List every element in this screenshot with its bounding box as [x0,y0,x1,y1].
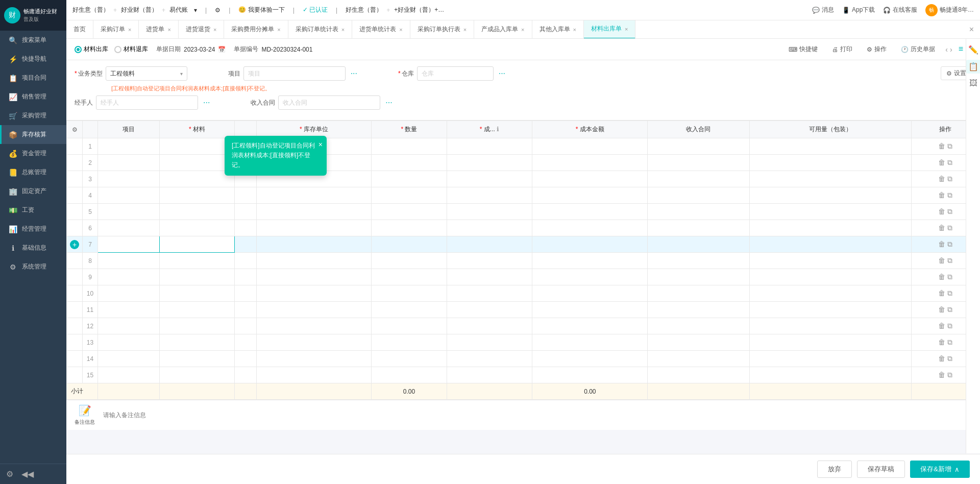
td-material-2[interactable] [159,155,234,171]
copy-icon-15[interactable]: ⧉ [947,371,952,379]
sidebar-item-assets[interactable]: 🏢 固定资产 [0,182,66,201]
delete-icon-3[interactable]: 🗑 [938,175,945,183]
sidebar-item-salary[interactable]: 💵 工资 [0,201,66,220]
delete-icon-6[interactable]: 🗑 [938,224,945,232]
nav-next[interactable]: › [950,45,952,54]
tabbar-close-btn[interactable]: × [963,25,980,34]
tooltip-close-btn[interactable]: × [318,139,323,150]
copy-icon-9[interactable]: ⧉ [947,273,952,281]
sidebar-item-sales[interactable]: 📈 销售管理 [0,87,66,106]
right-image-icon[interactable]: 🖼 [967,77,979,90]
sidebar-item-quicknav[interactable]: ⚡ 快捷导航 [0,50,66,68]
calendar-icon[interactable]: 📅 [218,46,226,53]
delete-icon-4[interactable]: 🗑 [938,191,945,200]
td-available-1[interactable] [749,138,911,155]
delete-icon-2[interactable]: 🗑 [938,158,945,167]
copy-icon-11[interactable]: ⧉ [947,305,952,314]
tab-finished-inbound[interactable]: 产成品入库单 × [474,20,532,39]
tab-other-inbound[interactable]: 其他入库单 × [532,20,584,39]
topbar-certified[interactable]: ✓ 已认证 [303,6,328,14]
user-avatar[interactable]: 畅 畅捷通8年… [925,4,974,16]
topbar-product-1[interactable]: 好生意（普） [346,6,382,14]
td-income-contract-2[interactable] [648,155,749,171]
warehouse-dots-icon[interactable]: ··· [499,69,505,78]
topbar-link-1[interactable]: 好生意（普） [72,6,109,14]
sidebar-item-inventory[interactable]: 📦 库存核算 [0,125,66,144]
operate-btn[interactable]: ⚙ 操作 [863,43,891,56]
notes-input[interactable] [103,412,972,419]
online-service-btn[interactable]: 🎧 在线客服 [883,6,917,14]
topbar-link-2[interactable]: 好业财（普） [121,6,158,14]
tab-purchase-stats[interactable]: 采购订单统计表 × [288,20,352,39]
delete-icon-5[interactable]: 🗑 [938,207,945,216]
right-edit-icon[interactable]: ✏️ [966,43,981,57]
tab-purchase-expense[interactable]: 采购费用分摊单 × [224,20,288,39]
td-available-2[interactable] [749,155,911,171]
warehouse-input[interactable]: 仓库 [417,66,494,81]
topbar-product-2[interactable]: +好业财（普）+… [394,6,444,14]
copy-icon-7[interactable]: ⧉ [947,240,952,249]
right-list-icon[interactable]: 📋 [966,60,981,74]
app-download-btn[interactable]: 📱 App下载 [842,6,875,14]
copy-icon-14[interactable]: ⧉ [947,354,952,363]
tab-close-inbound[interactable]: × [167,27,170,33]
td-cost-amount-2[interactable] [532,155,648,171]
project-dots-icon[interactable]: ··· [351,69,357,78]
td-quantity-1[interactable] [372,138,447,155]
copy-icon-12[interactable]: ⧉ [947,322,952,330]
income-contract-dots-icon[interactable]: ··· [385,98,392,107]
save-new-btn[interactable]: 保存&新增 ∧ [910,461,970,478]
topbar-dropdown[interactable]: ▾ [194,7,197,14]
copy-icon-10[interactable]: ⧉ [947,289,952,298]
sidebar-item-project[interactable]: 📋 项目合同 [0,68,66,87]
delete-icon-14[interactable]: 🗑 [938,354,945,363]
radio-outbound[interactable]: 材料出库 [75,45,108,54]
handler-input[interactable]: 经手人 [96,95,198,110]
copy-icon-1[interactable]: ⧉ [947,142,952,151]
collapse-icon[interactable]: ◀◀ [21,469,34,479]
print-btn[interactable]: 🖨 打印 [828,43,856,56]
delete-icon-7[interactable]: 🗑 [938,240,945,249]
project-input[interactable]: 项目 [243,66,346,81]
history-btn[interactable]: 🕐 历史单据 [897,43,939,56]
tab-inbound[interactable]: 进货单 × [139,20,178,39]
td-cost-price-1[interactable] [447,138,532,155]
tab-purchase-order[interactable]: 采购订单 × [93,20,139,39]
nav-prev[interactable]: ‹ [945,45,948,54]
copy-icon-8[interactable]: ⧉ [947,256,952,265]
add-row-btn[interactable]: + [70,240,79,249]
date-value[interactable]: 2023-03-24 [184,46,215,53]
sidebar-item-base[interactable]: ℹ 基础信息 [0,238,66,257]
business-type-input[interactable]: 工程领料 ▾ [106,66,187,81]
copy-icon-3[interactable]: ⧉ [947,175,952,183]
income-contract-input[interactable]: 收入合同 [278,95,380,110]
view-list-icon[interactable]: ≡ [959,44,963,54]
shortcut-btn[interactable]: ⌨ 快捷键 [785,43,822,56]
sidebar-item-operations[interactable]: 📊 经营管理 [0,220,66,238]
sidebar-item-purchase[interactable]: 🛒 采购管理 [0,106,66,125]
radio-return[interactable]: 材料退库 [114,45,148,54]
discard-btn[interactable]: 放弃 [817,461,852,478]
td-project-2[interactable] [98,155,160,171]
tab-close-purchase-stats[interactable]: × [341,27,345,33]
th-settings[interactable]: ⚙ [67,121,83,138]
topbar-link-3[interactable]: 易代账 [169,6,188,14]
copy-icon-2[interactable]: ⧉ [947,158,952,167]
tab-close-finished-inbound[interactable]: × [521,27,524,33]
td-quantity-2[interactable] [372,155,447,171]
td-cost-amount-1[interactable] [532,138,648,155]
sidebar-item-search[interactable]: 🔍 搜索菜单 [0,31,66,50]
tab-home[interactable]: 首页 [66,20,93,39]
delete-icon-10[interactable]: 🗑 [938,289,945,298]
message-btn[interactable]: 💬 消息 [812,6,834,14]
sidebar-item-system[interactable]: ⚙ 系统管理 [0,257,66,276]
sidebar-item-finance[interactable]: 💰 资金管理 [0,144,66,163]
tab-inbound-return[interactable]: 进货退货 × [179,20,224,39]
td-project-1[interactable] [98,138,160,155]
copy-icon-13[interactable]: ⧉ [947,338,952,347]
tab-close-purchase-expense[interactable]: × [277,27,280,33]
td-material-1[interactable] [159,138,234,155]
column-settings-icon[interactable]: ⚙ [72,126,78,133]
delete-icon-8[interactable]: 🗑 [938,256,945,265]
settings-bottom-icon[interactable]: ⚙ [6,469,13,479]
